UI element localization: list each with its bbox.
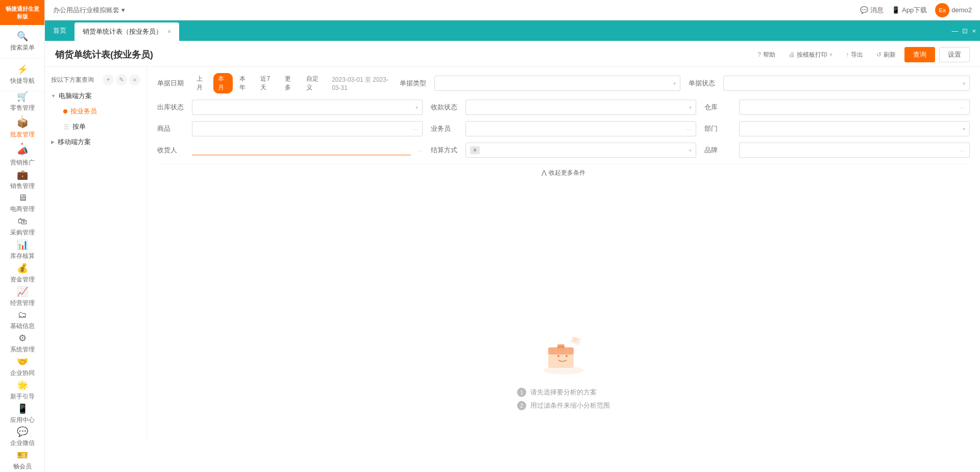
sidebar-item-quicknav[interactable]: ⚡ 快捷导航 — [0, 61, 45, 88]
date-btn-custom[interactable]: 自定义 — [302, 73, 326, 93]
filter-area: 单据日期 上月 本月 本年 近7天 更多 自定义 2023-03-01 至 20… — [147, 67, 980, 296]
settle-method-control[interactable]: × ▾ — [465, 143, 696, 158]
app-download-label: App下载 — [902, 6, 927, 15]
filter-item-settle-method: 结算方式 × ▾ — [431, 143, 696, 158]
date-btn-7days[interactable]: 近7天 — [256, 73, 278, 93]
sidebar-item-system[interactable]: ⚙ 系统管理 — [0, 332, 45, 355]
edit-scheme-button[interactable]: ✎ — [116, 74, 127, 85]
department-label: 部门 — [704, 124, 735, 133]
goods-control[interactable]: ··· — [192, 121, 423, 136]
page-header: 销货单统计表(按业务员) ? 帮助 🖨 按模板打印 ▾ ↑ 导出 — [45, 41, 980, 67]
refresh-label: 刷新 — [884, 51, 896, 59]
tree-item-by-salesperson[interactable]: 按业务员 — [57, 104, 146, 119]
department-control[interactable]: ▾ — [739, 121, 970, 136]
tree-item-mobile-section[interactable]: ▶ 移动端方案 — [45, 134, 146, 150]
account-selector[interactable]: 办公用品行业模拟账套 ▾ — [53, 6, 125, 15]
tab-home[interactable]: 首页 — [45, 20, 75, 41]
date-label: 单据日期 — [157, 79, 188, 88]
sidebar-item-wholesale[interactable]: 📦 批发管理 ▴ — [0, 118, 45, 145]
left-panel: 按以下方案查询 + ✎ « ▼ 电脑端方案 — [45, 67, 147, 441]
collapse-panel-button[interactable]: « — [129, 74, 140, 85]
sidebar-item-ecommerce[interactable]: 🖥 电商管理 — [0, 192, 45, 215]
sidebar-member-label: 畅会员 — [13, 462, 32, 471]
receiver-input[interactable] — [192, 145, 411, 155]
sidebar-search-nav: 🔍 搜索菜单 — [0, 25, 44, 58]
sidebar-item-marketing[interactable]: 📣 营销推广 — [0, 145, 45, 168]
wechat-icon: 💬 — [17, 426, 28, 437]
empty-tip-2: 2 用过滤条件来缩小分析范围 — [517, 401, 610, 410]
tab-sales-stat-label: 销货单统计表（按业务员） — [83, 27, 162, 36]
tree-active-dot — [63, 109, 67, 113]
sidebar-item-newbie[interactable]: 🌟 新手引导 — [0, 379, 45, 402]
sidebar-item-finance[interactable]: 💰 资金管理 — [0, 262, 45, 285]
help-button[interactable]: ? 帮助 — [753, 48, 780, 62]
order-type-control[interactable]: ▾ — [434, 76, 681, 91]
date-btn-this-year[interactable]: 本年 — [235, 73, 254, 93]
message-button[interactable]: 💬 消息 — [860, 6, 884, 15]
help-icon: ? — [757, 51, 761, 58]
window-close-icon[interactable]: × — [972, 27, 976, 35]
date-btn-more[interactable]: 更多 — [280, 73, 300, 93]
collab-icon: 🤝 — [17, 356, 28, 367]
template-print-button[interactable]: 🖨 按模板打印 ▾ — [784, 48, 837, 62]
out-status-control[interactable]: ▾ — [192, 100, 423, 115]
brand-label: 品牌 — [704, 146, 735, 155]
left-panel-title: 按以下方案查询 — [51, 76, 94, 84]
empty-state: 1 请先选择要分析的方案 2 用过滤条件来缩小分析范围 — [147, 296, 980, 441]
sidebar-item-sales[interactable]: 💼 销售管理 — [0, 168, 45, 192]
filter-item-warehouse: 仓库 ··· — [704, 100, 970, 115]
add-scheme-button[interactable]: + — [103, 74, 114, 85]
date-btn-this-month[interactable]: 本月 — [213, 73, 233, 93]
window-min-icon[interactable]: — — [951, 27, 958, 35]
sidebar-item-wechat[interactable]: 💬 企业微信 — [0, 425, 45, 449]
refresh-button[interactable]: ↺ 刷新 — [872, 48, 900, 62]
order-status-control[interactable]: ▾ — [723, 76, 970, 91]
collapse-bar[interactable]: ⋀ 收起更多条件 — [157, 164, 970, 181]
tree-item-by-order[interactable]: ☰ 按单 — [57, 119, 146, 134]
member-icon: 🎫 — [17, 450, 28, 461]
sidebar-item-appcenter[interactable]: 📱 应用中心 — [0, 402, 45, 426]
window-max-icon[interactable]: ⊡ — [962, 27, 968, 35]
topbar: 办公用品行业模拟账套 ▾ 💬 消息 📱 App下载 Ea demo2 — [45, 0, 980, 20]
settle-tag-close[interactable]: × — [473, 147, 477, 154]
operations-icon: 📈 — [17, 286, 28, 297]
query-button[interactable]: 查询 — [904, 47, 935, 62]
settings-button[interactable]: 设置 — [939, 47, 970, 62]
tree-order-icon: ☰ — [63, 123, 69, 131]
app-icon: 📱 — [892, 6, 900, 14]
settle-method-tag: × — [470, 146, 480, 154]
tab-sales-stat[interactable]: 销货单统计表（按业务员） × — [75, 22, 179, 41]
app-download-button[interactable]: 📱 App下载 — [892, 6, 927, 15]
warehouse-control[interactable]: ··· — [739, 100, 970, 115]
svg-point-5 — [566, 355, 568, 357]
account-name: 办公用品行业模拟账套 — [53, 6, 119, 15]
tab-close-icon[interactable]: × — [167, 28, 171, 35]
topbar-left: 办公用品行业模拟账套 ▾ — [53, 6, 125, 15]
sidebar-item-member[interactable]: 🎫 畅会员 — [0, 449, 45, 472]
sidebar-logo[interactable]: 畅捷通好生意 标版 — [0, 0, 45, 25]
sidebar-item-retail[interactable]: 🛒 零售管理 ▾ — [0, 91, 45, 118]
sidebar-item-search[interactable]: 🔍 搜索菜单 — [0, 28, 45, 55]
main-body: 按以下方案查询 + ✎ « ▼ 电脑端方案 — [45, 67, 980, 441]
export-icon: ↑ — [846, 51, 849, 58]
message-label: 消息 — [870, 6, 884, 15]
sidebar-item-operations[interactable]: 📈 经营管理 — [0, 285, 45, 309]
sidebar-item-basic[interactable]: 🗂 基础信息 — [0, 309, 45, 332]
sidebar-item-purchase[interactable]: 🛍 采购管理 — [0, 215, 45, 239]
main-area: 办公用品行业模拟账套 ▾ 💬 消息 📱 App下载 Ea demo2 首页 销货… — [45, 0, 980, 472]
finance-icon: 💰 — [17, 263, 28, 274]
sidebar-item-inventory[interactable]: 📊 库存核算 — [0, 238, 45, 262]
tree-item-pc-section[interactable]: ▼ 电脑端方案 — [45, 88, 146, 104]
export-button[interactable]: ↑ 导出 — [841, 48, 868, 62]
sidebar-search-label: 搜索菜单 — [10, 43, 35, 52]
salesperson-control[interactable]: ··· — [465, 121, 696, 136]
user-profile[interactable]: Ea demo2 — [935, 3, 972, 17]
newbie-icon: 🌟 — [17, 380, 28, 391]
receiver-label: 收货人 — [157, 146, 188, 155]
brand-control[interactable]: ··· — [739, 143, 970, 158]
date-btn-last-month[interactable]: 上月 — [192, 73, 211, 93]
collect-status-control[interactable]: ▾ — [465, 100, 696, 115]
sidebar-item-collab[interactable]: 🤝 企业协同 — [0, 355, 45, 379]
filter-item-brand: 品牌 ··· — [704, 143, 970, 158]
sidebar-inventory-label: 库存核算 — [10, 252, 35, 261]
